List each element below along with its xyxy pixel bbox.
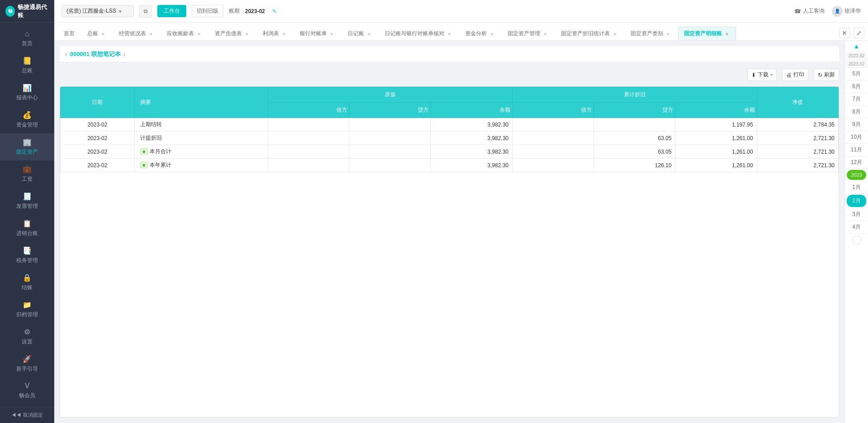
period-label: 账期 [229,7,240,15]
print-button[interactable]: 🖨 打印 [782,69,808,81]
copy-icon[interactable]: ⧉ [139,5,152,18]
date-month-5月[interactable]: 5月 [845,68,868,80]
date-month-2月[interactable]: 2月 [847,195,866,207]
tab-close-icon[interactable]: × [244,31,250,37]
cell-dep-balance: 1,261.00 [675,145,757,159]
switch-old-button[interactable]: 切到旧版 [192,5,223,17]
tab-close-icon[interactable]: × [489,31,495,37]
date-month-6月[interactable]: 6月 [845,80,868,93]
tab-label: 首页 [64,30,75,38]
avatar: 👤 [832,6,843,17]
date-month-10月[interactable]: 10月 [845,131,868,144]
sidebar-item-tax[interactable]: 📑税务管理 [0,242,54,269]
sidebar-item-label: 发票管理 [16,202,38,210]
page-content: ‹ 000001 联想笔记本 › ⬇ 下载 ▾ 🖨 打印 [54,41,844,423]
cell-orig-balance: 3,982.30 [431,159,512,172]
tab-固定资产管理[interactable]: 固定资产管理× [502,27,554,40]
tab-资产负债表[interactable]: 资产负债表× [209,27,256,40]
refresh-button[interactable]: ↻ 刷新 [814,69,839,81]
tab-首页[interactable]: 首页 [58,27,80,40]
sidebar-item-fund[interactable]: 💰资金管理 [0,106,54,133]
tab-close-icon[interactable]: × [196,31,202,37]
tab-close-icon[interactable]: × [148,31,154,37]
company-name: (劣质) 江西服金-LSS [66,7,116,15]
sidebar-item-asset[interactable]: 🏢固定资产 [0,133,54,160]
home-icon: ⌂ [25,30,29,38]
sidebar-item-member[interactable]: V畅会员 [0,377,54,404]
tab-label: 银行对账单 [300,30,327,38]
period-edit-icon[interactable]: ✎ [272,8,277,14]
sidebar-item-report[interactable]: 📊报表中心 [0,79,54,106]
tab-close-icon[interactable]: × [665,31,671,37]
tab-应收账龄表[interactable]: 应收账龄表× [161,27,208,40]
tab-close-icon[interactable]: × [612,31,618,37]
date-unknown-button[interactable] [852,235,861,244]
header-dep-balance: 余额 [675,103,757,118]
company-selector[interactable]: (劣质) 江西服金-LSS ▾ [61,5,134,17]
date-month-11月[interactable]: 11月 [845,144,868,156]
sidebar-item-label: 税务管理 [16,257,38,264]
header-date: 日期 [61,87,135,118]
tab-经营状况表[interactable]: 经营状况表× [113,27,160,40]
cell-dep-credit: 126.10 [594,159,675,172]
table-row: 2023-02 ■本月合计 3,982.30 63.05 1,261.00 2,… [61,145,839,159]
unpin-button[interactable]: ◀◀ 取消固定 [0,407,54,423]
date-year-header-1: 2023.02 [845,52,868,60]
sidebar-item-invoice[interactable]: 🧾发票管理 [0,188,54,215]
tab-close-icon[interactable]: × [446,31,453,37]
cell-net-value: 2,721.30 [757,159,838,172]
service-button[interactable]: ☎ 人工客询 [794,7,825,15]
service-icon: ☎ [794,8,801,14]
refresh-icon: ↻ [818,72,822,78]
tab-close-icon[interactable]: × [724,31,730,37]
tab-close-icon[interactable]: × [100,31,106,37]
asset-icon: 🏢 [23,138,32,146]
sidebar-item-home[interactable]: ⌂首页 [0,25,54,52]
breadcrumb-back-arrow[interactable]: ‹ [65,51,67,58]
maximize-button[interactable]: ⤢ [854,28,864,38]
sidebar-item-archive[interactable]: 📁归档管理 [0,296,54,323]
tab-资金分析[interactable]: 资金分析× [459,27,501,40]
tab-固定资产类别[interactable]: 固定资产类别× [625,27,677,40]
cell-dep-balance: 1,261.00 [675,159,757,172]
date-month-8月[interactable]: 8月 [845,106,868,118]
sidebar-item-salary[interactable]: 💼工资 [0,160,54,188]
user-button[interactable]: 👤 徐泽华 [832,6,861,17]
tab-日记账与银行对账单核对[interactable]: 日记账与银行对账单核对× [379,27,458,40]
date-scroll-up[interactable]: ▲ [845,41,868,52]
cell-dep-credit [594,118,675,132]
tab-总账[interactable]: 总账× [81,27,112,40]
date-month-9月[interactable]: 9月 [845,118,868,131]
tab-固定资产折旧统计表[interactable]: 固定资产折旧统计表× [555,27,624,40]
sidebar-item-settings[interactable]: ⚙设置 [0,323,54,350]
sidebar-item-guide[interactable]: 🚀新手引导 [0,350,54,377]
date-month-3月[interactable]: 3月 [845,208,868,221]
sidebar-item-close[interactable]: 🔒结账 [0,269,54,296]
ledger-icon: 📒 [23,56,32,65]
tab-银行对账单[interactable]: 银行对账单× [294,27,341,40]
tab-close-icon[interactable]: × [542,31,548,37]
tab-close-icon[interactable]: × [281,31,287,37]
sidebar-item-sales[interactable]: 📋进销台账 [0,215,54,242]
cell-date: 2023-02 [61,118,135,132]
tab-利润表[interactable]: 利润表× [257,27,293,40]
cell-orig-balance: 3,982.30 [431,145,512,159]
workbench-button[interactable]: 工作台 [157,5,186,17]
tab-日记账[interactable]: 日记账× [342,27,378,40]
breadcrumb-forward-arrow[interactable]: › [123,51,126,58]
date-month-4月[interactable]: 4月 [845,221,868,234]
date-month-12月[interactable]: 12月 [845,156,868,169]
tab-label: 固定资产类别 [631,30,663,38]
close-all-tabs-button[interactable]: ✕ [839,28,850,38]
tab-close-icon[interactable]: × [366,31,372,37]
data-table: 日期 摘要 原值 累计折旧 净值 借方 贷方 余额 借方 贷方 余额 [60,86,839,418]
download-button[interactable]: ⬇ 下载 ▾ [747,69,777,81]
sidebar-item-ledger[interactable]: 📒总账 [0,52,54,79]
date-year-tag[interactable]: 2023 [847,170,866,180]
date-month-1月[interactable]: 1月 [845,181,868,194]
date-month-7月[interactable]: 7月 [845,93,868,106]
cell-orig-debit [268,132,349,145]
tab-close-icon[interactable]: × [329,31,335,37]
salary-icon: 💼 [23,165,32,174]
tab-固定资产明细账[interactable]: 固定资产明细账× [678,27,736,40]
